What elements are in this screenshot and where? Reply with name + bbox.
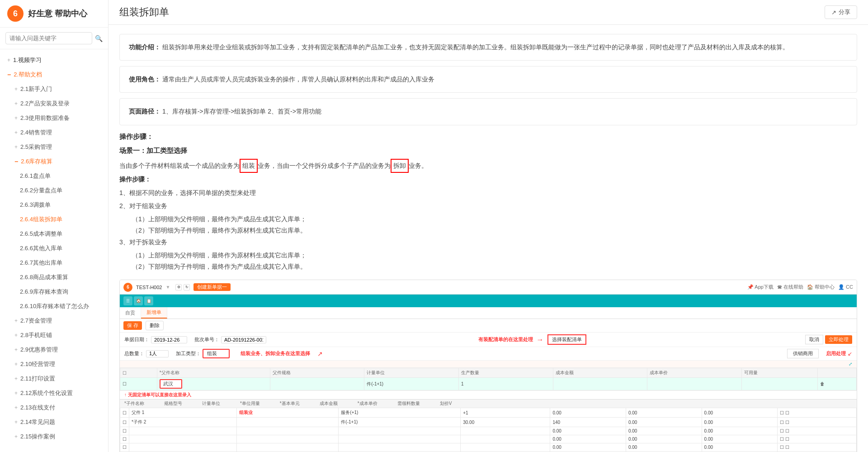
mock-startup-btn[interactable]: 立即处理	[825, 335, 852, 344]
mock-td-qty-unit: 件(-1+1)	[364, 378, 459, 390]
mock-company: TEST-H002	[136, 285, 162, 290]
mock-toolbar: 保 存 删除	[120, 319, 857, 333]
sidebar-item-2-7[interactable]: + 2.7资金管理	[0, 314, 108, 328]
mock-startup-input[interactable]: 供销商用	[787, 349, 819, 358]
op-step-2-1: （1）上部明细为父件明细，最终作为产成品生成其它入库单；	[119, 214, 857, 225]
sidebar-item-2-6-8[interactable]: 2.6.8商品成本重算	[0, 270, 108, 285]
mock-td-check: ☐	[120, 378, 157, 390]
sidebar-item-2-6-1[interactable]: 2.6.1盘点单	[0, 169, 108, 183]
assemble-tag: 组装	[240, 159, 258, 173]
sidebar-item-2-6-10[interactable]: 2.6.10库存账本错了怎么办	[0, 299, 108, 314]
sidebar-item-2-9[interactable]: + 2.9优惠券管理	[0, 343, 108, 357]
scenario1-title: 场景一：加工类型选择	[119, 147, 857, 155]
mock-cancel-btn[interactable]: 取消	[805, 335, 823, 344]
mock-date-input[interactable]	[151, 336, 187, 343]
scenario1-desc: 当由多个子件材料组装成一个成品的业务为组装业务，当由一个父件拆分成多个子产品的业…	[119, 159, 857, 173]
mock-nav-icon-3[interactable]: 📋	[144, 296, 153, 305]
page-title: 组装拆卸单	[119, 5, 169, 19]
sidebar-item-2[interactable]: − 2.帮助文档	[0, 67, 108, 82]
mock-form-row1: 单据日期： 批次单号： 有装配清单的在这里处理 → 选择装配清单 取消	[120, 333, 857, 347]
mock-arrow1: →	[537, 336, 544, 344]
mock-nav-icon-2[interactable]: 🏠	[134, 296, 143, 305]
share-button[interactable]: ↗ 分享	[825, 5, 857, 19]
top-bar: 组装拆卸单 ↗ 分享	[108, 0, 868, 25]
mock-td-row-action[interactable]: 🗑	[817, 378, 856, 390]
mock-delete-btn[interactable]: 删除	[146, 321, 164, 330]
sidebar-item-2-14[interactable]: + 2.14常见问题	[0, 415, 108, 429]
role-text: 通常由生产人员或库管人员完成拆装业务的操作，库管人员确认原材料的出库和产成品的入…	[162, 76, 434, 83]
mock-upper-table: ☐ *父件名称 父件规格 计量单位 生产数量 成本金额 成本单价 可用量	[120, 368, 857, 390]
table-row: ☐ 武汉 件(-1+1) 1 🗑	[120, 378, 857, 390]
sidebar-item-1[interactable]: + 1.视频学习	[0, 53, 108, 67]
sidebar-item-2-6-6[interactable]: 2.6.6其他入库单	[0, 241, 108, 256]
expand-icon-1: +	[7, 57, 10, 63]
mock-annotation2: 组装业务、拆卸业务在这里选择	[241, 350, 310, 357]
mock-screenshot: 6 TEST-H002 ▼ ⚙ ↻ 创建新单据一 📌 App下载 ☎ 在线帮助 …	[120, 280, 857, 452]
op-step-2: 2、对于组装业务	[119, 200, 857, 212]
search-input[interactable]	[5, 32, 92, 44]
sidebar-item-2-6-7[interactable]: 2.6.7其他出库单	[0, 256, 108, 270]
screenshot-container: 6 TEST-H002 ▼ ⚙ ↻ 创建新单据一 📌 App下载 ☎ 在线帮助 …	[119, 280, 857, 452]
sidebar-item-2-6-2[interactable]: 2.6.2分量盘点单	[0, 183, 108, 198]
mock-arrow2: ↗	[317, 350, 323, 357]
mock-tab-new[interactable]: 新增单	[141, 307, 167, 319]
path-text: 1、库存核算->库存管理->组装拆卸单 2、首页->常用功能	[162, 108, 321, 115]
mock-expand-btn[interactable]: ⤢	[849, 362, 852, 366]
mock-tab-list[interactable]: 自贡	[120, 307, 141, 319]
main-content: 组装拆卸单 ↗ 分享 功能介绍： 组装拆卸单用来处理企业组装或拆卸等加工业务，支…	[108, 0, 868, 452]
sidebar-item-2-6[interactable]: − 2.6库存核算	[0, 154, 108, 169]
sidebar-item-2-15[interactable]: + 2.15操作案例	[0, 429, 108, 444]
mock-th-spec: 父件规格	[270, 368, 364, 378]
mock-th-actions	[817, 368, 856, 378]
mock-annotation3-area: 启用处理 ↙	[826, 350, 852, 357]
search-icon[interactable]: 🔍	[95, 35, 103, 42]
mock-batch-input[interactable]	[221, 336, 266, 343]
mock-right-icons: 📌 App下载 ☎ 在线帮助 🏠 帮助中心 👤 CC	[747, 284, 853, 290]
sidebar-item-2-2[interactable]: + 2.2产品安装及登录	[0, 96, 108, 111]
mock-refresh-btn[interactable]: ↻	[184, 284, 190, 290]
mock-new-btn[interactable]: 创建新单据一	[193, 283, 231, 291]
mock-save-btn[interactable]: 保 存	[123, 321, 142, 330]
table-row: ☐ 0.00 0.00 0.00 ☐ ☐	[120, 427, 857, 435]
mock-type-select[interactable]: 组装	[203, 349, 230, 358]
sidebar-item-2-1[interactable]: + 2.1新手入门	[0, 82, 108, 96]
sidebar-item-2-4[interactable]: + 2.4销售管理	[0, 125, 108, 140]
sidebar-item-2-10[interactable]: + 2.10经营管理	[0, 357, 108, 371]
scenario1: 场景一：加工类型选择 当由多个子件材料组装成一个成品的业务为组装业务，当由一个父…	[119, 147, 857, 273]
mock-field-qty: 总数量：	[124, 350, 169, 357]
sidebar-item-2-8[interactable]: + 2.8手机旺铺	[0, 328, 108, 343]
func-intro-text: 组装拆卸单用来处理企业组装或拆卸等加工业务，支持有固定装配清单的产品加工业务，也…	[162, 43, 789, 51]
sidebar-item-2-6-4[interactable]: 2.6.4组装拆卸单	[0, 212, 108, 227]
func-intro-label: 功能介绍：	[129, 43, 160, 51]
sidebar-item-2-5[interactable]: + 2.5采购管理	[0, 140, 108, 154]
mock-arrow3: ↙	[848, 351, 852, 357]
mock-nav-bar: ☰ 🏠 📋	[120, 295, 857, 307]
ops-title: 操作步骤：	[119, 133, 857, 141]
sidebar-item-2-6-9[interactable]: 2.6.9库存账本查询	[0, 285, 108, 299]
mock-qty-input[interactable]	[146, 350, 169, 357]
sidebar-item-2-6-3[interactable]: 2.6.3调拨单	[0, 198, 108, 212]
mock-settings-btn[interactable]: ⚙	[175, 284, 182, 290]
mock-annotation1: 有装配清单的在这里处理	[478, 336, 533, 343]
table-row: ☐ 父件 1 组装业 服务(+1) +1 0.00 0.00 0.00 ☐ ☐	[120, 408, 857, 418]
mock-lower-table-header: *子件名称 规格型号 计量单位 *单位用量 *基本单元 成本金额 *成本单价 需…	[120, 399, 857, 408]
mock-startup-area: 供销商用	[787, 349, 819, 358]
mock-th-unit-cost: 成本单价	[647, 368, 742, 378]
share-icon: ↗	[831, 9, 836, 16]
op-step-3-2: （2）下部明细为子件明细，最终作为产成品生成其它入库单。	[119, 261, 857, 272]
mock-annotation3: 启用处理	[826, 350, 846, 357]
mock-logo: 6	[123, 283, 132, 292]
mock-nav-icon-1[interactable]: ☰	[123, 296, 132, 305]
mock-lower-table: ☐ 父件 1 组装业 服务(+1) +1 0.00 0.00 0.00 ☐ ☐	[120, 408, 857, 452]
op-steps-title: 操作步骤：	[119, 176, 857, 184]
mock-td-unit-cost-val	[647, 378, 742, 390]
sidebar-item-2-12[interactable]: + 2.12系统个性化设置	[0, 386, 108, 400]
sidebar-item-2-3[interactable]: + 2.3使用前数据准备	[0, 111, 108, 125]
mock-name-input[interactable]: 武汉	[160, 379, 182, 389]
mock-select-bom-btn[interactable]: 选择装配清单	[547, 334, 586, 345]
sidebar-item-2-6-5[interactable]: 2.6.5成本调整单	[0, 227, 108, 241]
mock-th-name: *父件名称	[157, 368, 270, 378]
mock-annotation-area: 有装配清单的在这里处理 → 选择装配清单	[274, 334, 791, 345]
sidebar-item-2-11[interactable]: + 2.11打印设置	[0, 371, 108, 386]
sidebar-item-2-13[interactable]: + 2.13在线支付	[0, 400, 108, 415]
